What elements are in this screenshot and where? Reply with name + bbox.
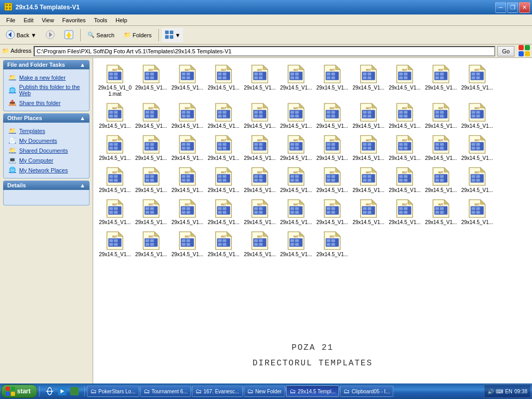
menu-tools[interactable]: Tools <box>90 16 112 24</box>
sidebar-item-new-folder[interactable]: 📁 Make a new folder <box>8 72 85 82</box>
file-item[interactable]: MAT 29x14.5_V1... <box>170 229 205 260</box>
sidebar-item-templates[interactable]: 📁 Templates <box>8 126 85 136</box>
file-item[interactable]: MAT 29x14.5_V1... <box>315 165 350 196</box>
file-item[interactable]: MAT 29x14.5_V1... <box>170 62 205 99</box>
ql-media-button[interactable] <box>56 386 68 397</box>
file-item[interactable]: MAT 29x14.5_V1... <box>423 62 459 99</box>
file-item[interactable]: MAT 29x14.5_V1... <box>170 132 205 164</box>
minimize-button[interactable]: ─ <box>495 2 506 13</box>
file-item[interactable]: MAT 29x14.5_V1... <box>315 197 350 228</box>
file-item[interactable]: MAT 29x14.5_V1... <box>97 229 132 260</box>
file-item[interactable]: MAT 29x14.5_V1... <box>387 62 422 99</box>
file-item[interactable]: MAT 29x14.5_V1... <box>134 165 169 196</box>
file-item[interactable]: MAT 29x14.5_V1... <box>134 229 169 260</box>
file-item[interactable]: MAT 29x14.5_V1... <box>206 132 241 164</box>
file-item[interactable]: MAT 29x14.5_V1... <box>97 165 132 196</box>
file-item[interactable]: MAT 29x14.5_V1... <box>242 62 277 99</box>
file-item[interactable]: MAT 29x14.5_V1... <box>423 100 459 131</box>
folders-button[interactable]: 📁 Folders <box>120 29 155 40</box>
file-item[interactable]: MAT 29x14.5_V1... <box>315 100 350 131</box>
file-item[interactable]: MAT 29x14.5_V1... <box>278 229 314 260</box>
menu-view[interactable]: View <box>38 16 58 24</box>
restore-button[interactable]: ❐ <box>507 2 518 13</box>
details-header[interactable]: Details ▲ <box>3 181 90 190</box>
file-item[interactable]: MAT 29x14.5_V1... <box>387 197 422 228</box>
menu-edit[interactable]: Edit <box>20 16 38 24</box>
sidebar-item-my-network[interactable]: 🌐 My Network Places <box>8 165 85 175</box>
views-button[interactable]: ▼ <box>162 28 183 42</box>
file-item[interactable]: MAT 29x14.5_V1... <box>134 62 169 99</box>
file-item[interactable]: MAT 29x14.5_V1... <box>242 165 277 196</box>
go-button[interactable]: Go <box>497 46 514 56</box>
taskbar-item[interactable]: 🗂167. Evanesc... <box>192 386 243 397</box>
file-item[interactable]: MAT 29x14.5_V1... <box>423 197 459 228</box>
file-item[interactable]: MAT 29x14.5_V1... <box>242 100 277 131</box>
file-item[interactable]: MAT 29x14.5_V1... <box>351 100 386 131</box>
file-item[interactable]: MAT 29x14.5_V1... <box>278 100 314 131</box>
file-item[interactable]: MAT 29x14.5_V1... <box>278 197 314 228</box>
file-item[interactable]: MAT 29x14.5_V1... <box>206 62 241 99</box>
file-item[interactable]: MAT 29x14.5_V1... <box>278 62 314 99</box>
file-item[interactable]: MAT 29x14.5_V1... <box>315 132 350 164</box>
file-item[interactable]: MAT 29x14.5_V1... <box>315 62 350 99</box>
up-button[interactable] <box>61 28 77 42</box>
file-item[interactable]: MAT 29x14.5_V1... <box>351 132 386 164</box>
sidebar-item-share[interactable]: 📤 Share this folder <box>8 98 85 108</box>
taskbar-item[interactable]: 🗂Clipboard05 - I... <box>340 386 393 397</box>
menu-favorites[interactable]: Favorites <box>58 16 90 24</box>
file-item[interactable]: MAT 29x14.5_V1... <box>351 62 386 99</box>
file-item[interactable]: MAT 29x14.5_V1... <box>278 165 314 196</box>
ql-desktop-button[interactable] <box>69 386 80 397</box>
search-button[interactable]: 🔍 Search <box>84 29 118 40</box>
file-item[interactable]: MAT 29x14.5_V1... <box>170 165 205 196</box>
address-input[interactable] <box>34 46 496 56</box>
file-item[interactable]: MAT 29x14.5_V1... <box>97 100 132 131</box>
file-item[interactable]: MAT 29x14.5_V1... <box>206 100 241 131</box>
file-item[interactable]: MAT 29x14.5_V1... <box>242 132 277 164</box>
file-item[interactable]: MAT 29x14.5_V1... <box>387 132 422 164</box>
file-item[interactable]: MAT 29x14.5_V1... <box>387 165 422 196</box>
file-item[interactable]: MAT 29x14.5_V1... <box>460 100 495 131</box>
file-item[interactable]: MAT 29x14.5_V1... <box>351 197 386 228</box>
taskbar-item[interactable]: 🗂Tournament 6... <box>140 386 191 397</box>
file-item[interactable]: MAT 29x14.5_V1... <box>206 229 241 260</box>
taskbar-item[interactable]: 🗂New Folder <box>244 386 285 397</box>
ql-ie-button[interactable] <box>44 386 55 397</box>
taskbar-item[interactable]: 🗂PokerStars Lo... <box>87 386 139 397</box>
file-item[interactable]: MAT 29x14.5_V1... <box>460 165 495 196</box>
sidebar-item-my-computer[interactable]: 💻 My Computer <box>8 155 85 165</box>
file-item[interactable]: MAT 29x14.5_V1... <box>423 132 459 164</box>
close-button[interactable]: ✕ <box>519 2 530 13</box>
file-folder-tasks-header[interactable]: File and Folder Tasks ▲ <box>3 60 90 69</box>
sidebar-item-shared-documents[interactable]: 📁 Shared Documents <box>8 145 85 155</box>
file-item[interactable]: MAT 29x14.5_V1... <box>351 165 386 196</box>
file-item[interactable]: MAT 29x14.5_V1... <box>134 132 169 164</box>
file-item[interactable]: MAT 29x14.5_V1... <box>206 165 241 196</box>
file-item[interactable]: MAT 29x14.5_V1... <box>134 100 169 131</box>
file-item[interactable]: MAT 29x14.5_V1... <box>170 197 205 228</box>
file-item[interactable]: MAT 29x14.5_V1... <box>315 229 350 260</box>
file-item[interactable]: MAT 29x14.5_V1... <box>242 229 277 260</box>
file-item[interactable]: MAT 29x14.5_V1_0 1.mat <box>97 62 132 99</box>
file-item[interactable]: MAT 29x14.5_V1... <box>278 132 314 164</box>
file-item[interactable]: MAT 29x14.5_V1... <box>97 132 132 164</box>
file-item[interactable]: MAT 29x14.5_V1... <box>97 197 132 228</box>
start-button[interactable]: start <box>1 385 37 398</box>
taskbar-item[interactable]: 🗂29x14.5 Templ... <box>286 386 339 397</box>
sidebar-item-my-documents[interactable]: 📄 My Documents <box>8 136 85 145</box>
file-item[interactable]: MAT 29x14.5_V1... <box>423 165 459 196</box>
forward-button[interactable] <box>42 28 58 42</box>
file-item[interactable]: MAT 29x14.5_V1... <box>460 132 495 164</box>
menu-file[interactable]: File <box>2 16 20 24</box>
file-item[interactable]: MAT 29x14.5_V1... <box>206 197 241 228</box>
file-item[interactable]: MAT 29x14.5_V1... <box>460 197 495 228</box>
sidebar-item-publish[interactable]: 🌐 Publish this folder to the Web <box>8 82 85 98</box>
back-button[interactable]: Back ▼ <box>2 28 40 42</box>
file-item[interactable]: MAT 29x14.5_V1... <box>242 197 277 228</box>
other-places-header[interactable]: Other Places ▲ <box>3 113 90 123</box>
menu-help[interactable]: Help <box>111 16 131 24</box>
file-item[interactable]: MAT 29x14.5_V1... <box>460 62 495 99</box>
file-item[interactable]: MAT 29x14.5_V1... <box>134 197 169 228</box>
file-item[interactable]: MAT 29x14.5_V1... <box>170 100 205 131</box>
file-item[interactable]: MAT 29x14.5_V1... <box>387 100 422 131</box>
